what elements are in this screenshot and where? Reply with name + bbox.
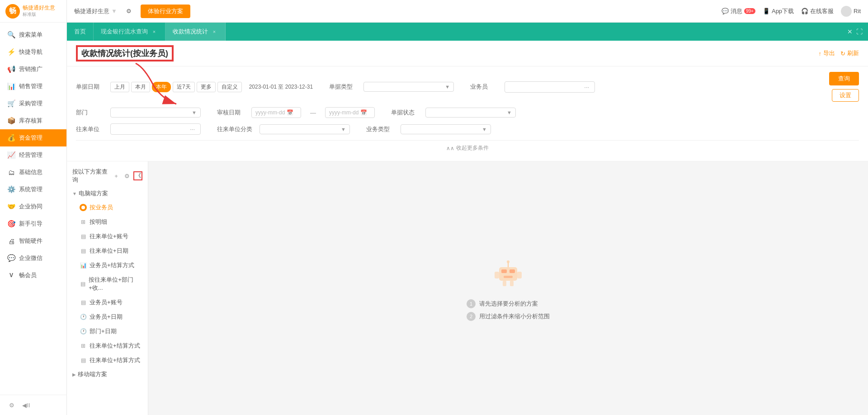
date-btn-this-year[interactable]: 本年 <box>152 82 171 92</box>
tab-collection-label: 收款情况统计 <box>173 28 208 36</box>
sidebar-item-quicknav[interactable]: ⚡ 快捷导航 <box>0 43 66 61</box>
sidebar-item-business[interactable]: 📈 经营管理 <box>0 146 66 164</box>
sidebar-item-hardware[interactable]: 🖨 智能硬件 <box>0 232 66 250</box>
messages-button[interactable]: 💬 消息 99+ <box>722 7 755 15</box>
partner-more-icon[interactable]: ··· <box>188 126 197 132</box>
sidebar-item-base[interactable]: 🗂 基础信息 <box>0 164 66 181</box>
scheme-panel: 按以下方案查询 + ⚙ 《 ▼ 电脑端方案 <box>67 161 148 415</box>
scheme-section-mobile-header[interactable]: ▶ 移动端方案 <box>67 368 148 381</box>
page-header-actions: ↑ 导出 ↻ 刷新 <box>819 49 859 57</box>
sidebar-item-finance[interactable]: 💰 资金管理 <box>0 129 66 146</box>
calendar-icon-start: 📅 <box>287 109 293 116</box>
partner-category-chevron: ▼ <box>341 127 346 132</box>
scheme-section-desktop-header[interactable]: ▼ 电脑端方案 <box>67 187 148 200</box>
page-content: 收款情况统计(按业务员) ↑ 导出 ↻ 刷新 单据日期 上月 本月 <box>67 41 868 415</box>
date-btn-last-month[interactable]: 上月 <box>110 82 129 92</box>
trial-button[interactable]: 体验行业方案 <box>141 5 190 18</box>
corp-icon: 🤝 <box>7 203 15 211</box>
date-btn-this-month[interactable]: 本月 <box>131 82 150 92</box>
logo-version: 标准版 <box>23 11 55 18</box>
tab-maximize-icon[interactable]: ⛶ <box>856 28 863 35</box>
scheme-item-partner-settle1[interactable]: ⊞ 往来单位+结算方式 <box>67 339 148 353</box>
empty-step-2: 2 用过滤条件来缩小分析范围 <box>467 312 550 321</box>
user-avatar-button[interactable]: Rit <box>841 6 861 17</box>
sidebar-item-wechat[interactable]: 💬 企业微信 <box>0 250 66 267</box>
export-button[interactable]: ↑ 导出 <box>819 49 835 57</box>
scheme-item-salesperson[interactable]: 按业务员 <box>67 200 148 215</box>
sidebar-item-marketing[interactable]: 📢 营销推广 <box>0 61 66 78</box>
scheme-item-partner-date[interactable]: ▤ 往来单位+日期 <box>67 244 148 258</box>
svg-point-6 <box>507 260 509 263</box>
date-btn-7days[interactable]: 近7天 <box>173 82 195 92</box>
scheme-item-label: 往来单位+日期 <box>90 247 128 255</box>
sidebar-item-search[interactable]: 🔍 搜索菜单 <box>0 26 66 43</box>
voucher-type-label: 单据类型 <box>329 83 356 91</box>
salesperson-more-icon[interactable]: ··· <box>582 84 591 90</box>
review-date-start[interactable]: yyyy-mm-dd 📅 <box>251 107 301 118</box>
tab-collection-close[interactable]: × <box>211 28 218 35</box>
scheme-item-label: 往来单位+账号 <box>90 232 128 241</box>
partner-settle2-scheme-icon: ▤ <box>80 357 87 364</box>
member-icon: V <box>7 271 15 279</box>
tab-bank-close[interactable]: × <box>151 28 158 35</box>
tab-collection[interactable]: 收款情况统计 × <box>165 23 226 41</box>
dept-select[interactable]: ▼ <box>110 108 201 118</box>
sidebar-item-sales[interactable]: 📊 销售管理 <box>0 78 66 95</box>
voucher-status-select[interactable]: ▼ <box>425 108 516 118</box>
sidebar-item-label: 资金管理 <box>19 134 42 142</box>
filter-row-3: 往来单位 ··· 往来单位分类 ▼ 业务类型 ▼ <box>76 123 859 135</box>
partner-category-select[interactable]: ▼ <box>259 124 350 134</box>
review-date-start-placeholder: yyyy-mm-dd <box>255 109 285 116</box>
scheme-collapse-icon[interactable]: 《 <box>133 171 142 180</box>
scheme-item-sales-account[interactable]: ▤ 业务员+账号 <box>67 295 148 310</box>
finance-icon: 💰 <box>7 134 15 142</box>
scheme-settings-icon[interactable]: ⚙ <box>123 171 132 180</box>
step-1-text: 请先选择要分析的方案 <box>479 300 538 308</box>
app-download-label: App下载 <box>772 7 794 15</box>
query-button[interactable]: 查询 <box>829 72 859 85</box>
date-btn-custom[interactable]: 自定义 <box>217 82 242 92</box>
sales-settle-scheme-icon: 📊 <box>80 262 87 269</box>
scheme-item-sales-date[interactable]: 🕐 业务员+日期 <box>67 310 148 324</box>
sidebar-item-inventory[interactable]: 📦 库存核算 <box>0 112 66 129</box>
collapse-bar[interactable]: ∧∧ 收起更多条件 <box>76 140 859 156</box>
filter-settings-button[interactable]: 设置 <box>832 89 859 102</box>
sidebar-item-guide[interactable]: 🎯 新手引导 <box>0 215 66 232</box>
voucher-type-select[interactable]: ▼ <box>363 82 454 92</box>
review-date-end[interactable]: yyyy-mm-dd 📅 <box>325 107 375 118</box>
tab-close-window-icon[interactable]: ✕ <box>847 28 853 35</box>
tab-bank[interactable]: 现金银行流水查询 × <box>94 23 165 41</box>
collapse-label: 收起更多条件 <box>456 144 489 152</box>
sidebar-item-member[interactable]: V 畅会员 <box>0 267 66 284</box>
salesperson-select[interactable]: ··· <box>505 81 595 93</box>
main-data-area: 1 请先选择要分析的方案 2 用过滤条件来缩小分析范围 <box>148 161 868 415</box>
scheme-add-icon[interactable]: + <box>112 171 121 180</box>
business-type-select[interactable]: ▼ <box>401 124 491 134</box>
header-gear-button[interactable]: ⚙ <box>123 5 135 18</box>
scheme-item-detail[interactable]: ⊞ 按明细 <box>67 215 148 229</box>
scheme-item-partner-account[interactable]: ▤ 往来单位+账号 <box>67 229 148 244</box>
logo-area: 畅 畅捷通好生意 标准版 <box>0 0 66 23</box>
app-download-button[interactable]: 📱 App下载 <box>763 7 794 15</box>
date-btn-more[interactable]: 更多 <box>197 82 216 92</box>
sidebar-item-purchase[interactable]: 🛒 采购管理 <box>0 95 66 112</box>
business-type-chevron: ▼ <box>482 127 487 132</box>
partner-select[interactable]: ··· <box>110 123 201 135</box>
online-service-button[interactable]: 🎧 在线客服 <box>801 7 834 15</box>
scheme-item-dept-date[interactable]: 🕐 部门+日期 <box>67 324 148 339</box>
tab-home[interactable]: 首页 <box>67 23 94 41</box>
sidebar-settings-icon[interactable]: ⚙ <box>7 401 16 410</box>
refresh-button[interactable]: ↻ 刷新 <box>840 49 859 57</box>
app-download-icon: 📱 <box>763 8 770 14</box>
scheme-item-partner-settle2[interactable]: ▤ 往来单位+结算方式 <box>67 353 148 368</box>
empty-steps: 1 请先选择要分析的方案 2 用过滤条件来缩小分析范围 <box>467 299 550 321</box>
sidebar-item-system[interactable]: ⚙️ 系统管理 <box>0 181 66 198</box>
sidebar-item-corp[interactable]: 🤝 企业协同 <box>0 198 66 215</box>
messages-badge: 99+ <box>744 8 755 14</box>
empty-robot-icon <box>490 256 526 292</box>
scheme-item-sales-settle[interactable]: 📊 业务员+结算方式 <box>67 258 148 273</box>
sidebar-collapse-icon[interactable]: ◀II <box>22 401 31 410</box>
sidebar: 畅 畅捷通好生意 标准版 🔍 搜索菜单 ⚡ 快捷导航 📢 营销推广 📊 销售管理… <box>0 0 67 415</box>
top-header: 畅捷通好生意 ▼ ⚙ 体验行业方案 💬 消息 99+ 📱 App下载 🎧 在线客… <box>67 0 868 23</box>
scheme-item-partner-dept[interactable]: ▤ 按往来单位+部门+收... <box>67 273 148 295</box>
